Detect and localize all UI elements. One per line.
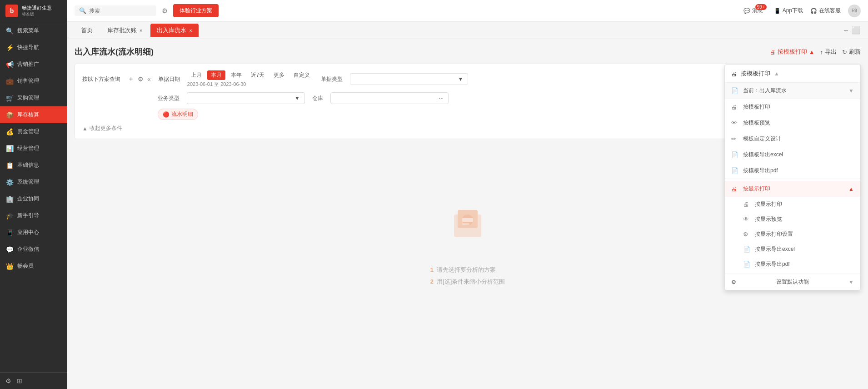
sidebar-nav: 🔍 搜索菜单 ⚡ 快捷导航 📢 营销推广 💼 销售管理 🛒 采购管理 📦 库存核… xyxy=(0,22,67,372)
sidebar-item-finance[interactable]: 💰 资金管理 xyxy=(0,123,67,140)
date-btn-this-month[interactable]: 本月 xyxy=(207,70,225,80)
sidebar-item-basic[interactable]: 📋 基础信息 xyxy=(0,157,67,174)
collapse-filter-btn[interactable]: ▲ 收起更多条件 xyxy=(82,125,122,132)
date-btn-custom[interactable]: 自定义 xyxy=(290,70,314,80)
chevron-up-panel-icon: ▲ xyxy=(774,70,779,77)
display-pdf-icon: 📄 xyxy=(743,261,750,268)
sidebar-item-wechat[interactable]: 💬 企业微信 xyxy=(0,241,67,258)
warehouse-select[interactable]: ··· xyxy=(330,92,449,104)
display-excel-icon: 📄 xyxy=(743,246,750,253)
sidebar-item-label: 营销推广 xyxy=(17,60,39,68)
display-excel-label: 按显示导出excel xyxy=(755,245,795,253)
print-panel-display-section: 🖨 按显示打印 ▲ 🖨 按显示打印 👁 按显示预览 ⚙ 按显示打印设置 xyxy=(725,179,860,274)
empty-illustration xyxy=(445,201,490,255)
online-service-btn[interactable]: 🎧 在线客服 xyxy=(810,7,841,15)
sidebar: b 畅捷通好生意 标准版 🔍 搜索菜单 ⚡ 快捷导航 📢 营销推广 💼 销售管理 xyxy=(0,0,67,389)
sidebar-item-enterprise[interactable]: 🏢 企业协同 xyxy=(0,190,67,207)
display-print-item[interactable]: 🖨 按显示打印 xyxy=(725,197,860,212)
tabbar-right-actions: – ⬜ xyxy=(844,26,861,35)
sidebar-item-system[interactable]: ⚙️ 系统管理 xyxy=(0,174,67,190)
tab-flow-close[interactable]: × xyxy=(189,28,192,33)
sidebar-item-operations[interactable]: 📊 经营管理 xyxy=(0,140,67,157)
filter-add-btn[interactable]: ＋ xyxy=(128,75,134,83)
sidebar-item-purchase[interactable]: 🛒 采购管理 xyxy=(0,90,67,106)
sidebar-item-label: 新手引导 xyxy=(17,212,39,219)
display-pdf-item[interactable]: 📄 按显示导出pdf xyxy=(725,257,860,272)
collapse-sidebar-btn[interactable]: ⊞ xyxy=(17,377,22,384)
app-download-btn[interactable]: 📱 App下载 xyxy=(774,7,803,15)
print-template-btn[interactable]: 🖨 按模板打印 ▲ xyxy=(770,48,815,56)
dropdown-arrow-icon: ▼ xyxy=(294,95,300,101)
tab-batch-account-close[interactable]: × xyxy=(140,28,142,33)
message-btn[interactable]: 💬 消息 99+ xyxy=(743,7,763,15)
topbar-gear-icon[interactable]: ⚙ xyxy=(162,7,168,15)
template-custom-label: 模板自定义设计 xyxy=(743,135,781,143)
topbar-search-container[interactable]: 🔍 xyxy=(75,5,156,16)
filter-tag-detail[interactable]: 🔴 流水明细 xyxy=(158,109,198,120)
sidebar-item-vip[interactable]: 👑 畅会员 xyxy=(0,258,67,274)
business-type-label: 业务类型 xyxy=(158,95,180,102)
print-icon: 🖨 xyxy=(770,49,776,55)
operations-icon: 📊 xyxy=(5,145,14,152)
user-avatar-btn[interactable]: Rit xyxy=(848,5,861,17)
date-btn-this-year[interactable]: 本年 xyxy=(227,70,245,80)
tab-home[interactable]: 首页 xyxy=(75,24,99,37)
display-preview-item[interactable]: 👁 按显示预览 xyxy=(725,212,860,227)
filter-row-actions: ＋ ⚙ « xyxy=(128,75,151,83)
print-panel-header: 🖨 按模板打印 ▲ xyxy=(725,65,860,83)
export-icon: ↑ xyxy=(820,49,823,55)
sidebar-item-label: 经营管理 xyxy=(17,145,39,152)
sidebar-logo: b 畅捷通好生意 标准版 xyxy=(0,0,67,22)
print-panel-current[interactable]: 📄 当前：出入库流水 ▼ xyxy=(725,83,860,99)
sidebar-item-guide[interactable]: 🎓 新手引导 xyxy=(0,207,67,224)
print-panel-template-custom[interactable]: ✏ 模板自定义设计 xyxy=(725,131,860,147)
tab-batch-account[interactable]: 库存批次账 × xyxy=(101,24,149,37)
print-panel-footer-label: 设置默认功能 xyxy=(776,278,809,286)
chevron-down-icon: ▼ xyxy=(458,76,464,82)
business-type-select[interactable]: ▼ xyxy=(187,92,305,104)
app-download-icon: 📱 xyxy=(774,8,781,14)
tab-flow[interactable]: 出入库流水 × xyxy=(150,24,198,37)
trial-button[interactable]: 体验行业方案 xyxy=(173,4,219,17)
refresh-btn[interactable]: ↻ 刷新 xyxy=(842,48,861,56)
sidebar-item-marketing[interactable]: 📢 营销推广 xyxy=(0,56,67,73)
filter-main-label: 按以下方案查询 xyxy=(82,75,120,83)
empty-tip1-num: 1 xyxy=(430,266,434,273)
topbar: 🔍 ⚙ 体验行业方案 💬 消息 99+ 📱 App下载 🎧 在线客服 Rit xyxy=(67,0,868,22)
print-panel-template-print[interactable]: 🖨 按模板打印 xyxy=(725,99,860,115)
filter-collapse-left-btn[interactable]: « xyxy=(147,75,151,83)
date-btn-more[interactable]: 更多 xyxy=(270,70,288,80)
sidebar-item-quick-nav[interactable]: ⚡ 快捷导航 xyxy=(0,39,67,56)
filter-settings-btn[interactable]: ⚙ xyxy=(138,75,144,83)
tab-minimize-btn[interactable]: – xyxy=(844,26,848,35)
print-panel-footer[interactable]: ⚙ 设置默认功能 ▼ xyxy=(725,274,860,290)
print-panel-display-header[interactable]: 🖨 按显示打印 ▲ xyxy=(725,181,860,197)
topbar-search-input[interactable] xyxy=(89,8,152,14)
display-settings-item[interactable]: ⚙ 按显示打印设置 xyxy=(725,227,860,242)
template-preview-label: 按模板预览 xyxy=(743,119,770,127)
sidebar-item-label: 企业微信 xyxy=(17,245,39,253)
footer-arrow-icon: ▼ xyxy=(848,279,854,285)
sidebar-item-search[interactable]: 🔍 搜索菜单 xyxy=(0,22,67,39)
sidebar-item-label: 企业协同 xyxy=(17,195,39,203)
print-panel-template-preview[interactable]: 👁 按模板预览 xyxy=(725,115,860,131)
settings-bottom-btn[interactable]: ⚙ xyxy=(5,377,11,384)
sidebar-item-sales[interactable]: 💼 销售管理 xyxy=(0,73,67,90)
sidebar-item-inventory[interactable]: 📦 库存核算 xyxy=(0,106,67,123)
purchase-icon: 🛒 xyxy=(5,95,14,102)
date-btn-last-month[interactable]: 上月 xyxy=(187,70,205,80)
filter-tag-icon: 🔴 xyxy=(163,111,170,118)
app-title: 畅捷通好生意 xyxy=(22,5,52,11)
date-btn-last-7[interactable]: 近7天 xyxy=(247,70,269,80)
sidebar-item-apps[interactable]: 📱 应用中心 xyxy=(0,224,67,241)
doc-type-select[interactable]: ▼ xyxy=(350,73,468,85)
print-panel-current-label: 当前：出入库流水 xyxy=(743,87,787,95)
svg-rect-3 xyxy=(462,218,473,222)
print-panel-template-excel[interactable]: 📄 按模板导出excel xyxy=(725,147,860,163)
export-btn[interactable]: ↑ 导出 xyxy=(820,48,837,56)
empty-tip2-num: 2 xyxy=(430,278,434,285)
print-panel: 🖨 按模板打印 ▲ 📄 当前：出入库流水 ▼ 🖨 按模板打印 👁 按模板预览 xyxy=(724,65,861,290)
display-excel-item[interactable]: 📄 按显示导出excel xyxy=(725,242,860,257)
print-panel-template-pdf[interactable]: 📄 按模板导出pdf xyxy=(725,163,860,179)
tab-maximize-btn[interactable]: ⬜ xyxy=(852,26,861,35)
